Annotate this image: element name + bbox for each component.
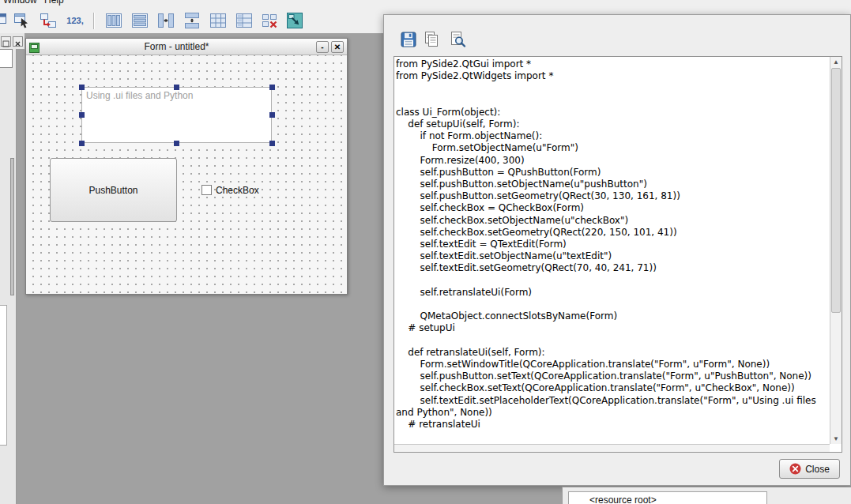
close-icon [789,463,801,475]
edit-widgets-icon[interactable] [13,11,32,30]
splitter-vertical-icon[interactable] [183,11,201,30]
resource-browser-panel: <resource root> [562,487,851,504]
selection-handle-middle-right[interactable] [269,112,275,118]
minimize-button[interactable]: - [316,41,329,53]
find-icon[interactable] [448,30,467,49]
vertical-scrollbar[interactable]: ▲ ▼ [830,57,842,444]
layout-vertical-icon[interactable] [130,11,149,30]
tab-order-label: 123, [66,16,83,25]
edit-tab-order-icon[interactable]: 123, [63,11,87,30]
menu-help[interactable]: Help [44,0,64,6]
textedit-widget[interactable]: Using .ui files and Python [81,87,272,143]
code-view[interactable]: from PySide2.QtGui import * from PySide2… [393,56,842,453]
form-window-icon [29,42,40,52]
selection-handle-bottom-middle[interactable] [174,141,179,146]
form-canvas[interactable]: Using .ui files and Python PushButton Ch… [26,55,347,294]
scroll-up-icon[interactable]: ▲ [830,57,842,67]
dock-close-icon[interactable] [13,36,23,47]
form-editor-window: Form - untitled* - ✕ Using .ui files and… [25,38,348,295]
selection-handle-bottom-right[interactable] [269,141,275,146]
code-preview-dialog: from PySide2.QtGui import * from PySide2… [383,14,851,486]
copy-icon[interactable] [422,30,441,49]
menubar: Window Help [0,0,851,7]
adjust-size-icon[interactable] [285,11,304,30]
splitter-horizontal-icon[interactable] [156,11,175,30]
dock-float-button[interactable] [1,36,11,47]
selection-handle-top-left[interactable] [79,85,85,90]
selection-handle-top-middle[interactable] [174,85,179,90]
close-button[interactable]: Close [779,459,840,479]
widgetbox-filter-input[interactable] [0,49,13,68]
form-window-titlebar[interactable]: Form - untitled* - ✕ [26,39,347,55]
selection-handle-top-right[interactable] [269,85,275,90]
layout-grid-icon[interactable] [209,11,228,30]
generated-python-code: from PySide2.QtGui import * from PySide2… [396,58,828,442]
new-form-icon[interactable] [0,11,9,30]
checkbox-widget[interactable]: CheckBox [201,174,280,206]
menu-window[interactable]: Window [3,0,37,6]
left-panel-edge [0,305,7,446]
close-button-label: Close [805,464,830,475]
horizontal-scrollbar[interactable] [394,444,830,452]
pushbutton-widget[interactable]: PushButton [50,158,177,222]
save-icon[interactable] [399,30,418,49]
scrollbar-thumb[interactable] [831,68,841,313]
edit-signals-slots-icon[interactable] [39,11,58,30]
checkbox-label: CheckBox [216,185,259,196]
scroll-down-icon[interactable]: ▼ [830,434,842,444]
break-layout-icon[interactable] [260,11,279,30]
layout-form-icon[interactable] [235,11,254,30]
resource-root-item[interactable]: <resource root> [568,491,767,504]
selection-handle-middle-left[interactable] [79,112,85,118]
qt-designer-window: Window Help 123, [0,0,851,504]
widgetbox-scrollbar[interactable] [10,158,14,295]
close-window-button[interactable]: ✕ [331,41,344,53]
toolbar-separator [93,13,95,29]
form-window-title: Form - untitled* [40,41,314,52]
checkbox-indicator[interactable] [201,185,212,195]
selection-handle-bottom-left[interactable] [79,141,85,146]
layout-horizontal-icon[interactable] [104,11,123,30]
